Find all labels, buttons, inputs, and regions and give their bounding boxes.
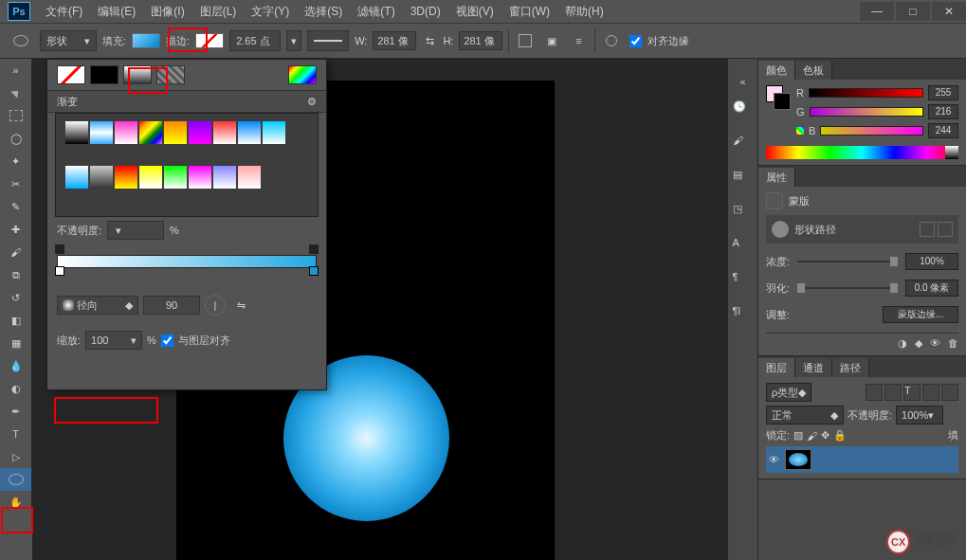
- lock-all-icon[interactable]: 🔒: [833, 429, 847, 442]
- glyphs-dock-icon[interactable]: ¶l: [733, 305, 754, 326]
- crop-tool[interactable]: ✂: [0, 172, 31, 195]
- b-value[interactable]: 244: [928, 123, 958, 138]
- tab-layers[interactable]: 图层: [758, 358, 795, 377]
- layer-filter-kind-dropdown[interactable]: ρ 类型 ◆: [766, 383, 811, 402]
- delete-mask-icon[interactable]: 🗑: [948, 337, 958, 350]
- gradient-preset-7[interactable]: [238, 121, 261, 144]
- filter-adjust-icon[interactable]: [884, 384, 902, 401]
- color-stop-right[interactable]: [309, 266, 319, 276]
- g-value[interactable]: 216: [928, 104, 958, 119]
- path-ops-icon[interactable]: [515, 30, 536, 51]
- gradient-preset-4[interactable]: [164, 121, 187, 144]
- opacity-stop-right[interactable]: [309, 244, 319, 254]
- gradient-preset-0[interactable]: [65, 121, 88, 144]
- brush-tool[interactable]: 🖌: [0, 241, 31, 263]
- stroke-swatch[interactable]: [195, 33, 224, 48]
- maximize-button[interactable]: □: [896, 2, 930, 21]
- pen-tool[interactable]: ✒: [0, 400, 31, 423]
- lock-transparent-icon[interactable]: ▨: [793, 429, 803, 442]
- align-edges-checkbox[interactable]: [629, 35, 642, 47]
- type-tool[interactable]: T: [0, 423, 31, 445]
- gradient-preset-11[interactable]: [115, 166, 137, 189]
- blur-tool[interactable]: 💧: [0, 354, 31, 377]
- lock-pixels-icon[interactable]: 🖌: [807, 430, 817, 442]
- density-slider[interactable]: [797, 261, 898, 262]
- menu-image[interactable]: 图像(I): [143, 4, 191, 20]
- gradient-preset-5[interactable]: [189, 121, 211, 144]
- filter-pixel-icon[interactable]: [866, 384, 883, 401]
- layer-opacity-field[interactable]: 100% ▾: [896, 406, 943, 425]
- align-with-layer-checkbox[interactable]: [161, 334, 173, 347]
- fill-swatch[interactable]: [132, 33, 160, 48]
- menu-select[interactable]: 选择(S): [297, 4, 350, 20]
- scale-field[interactable]: 100▾: [85, 331, 142, 350]
- reverse-gradient-icon[interactable]: ⇋: [230, 295, 251, 316]
- shape-options-gear-icon[interactable]: [601, 30, 622, 51]
- filter-type-icon[interactable]: T: [903, 384, 920, 401]
- mask-edge-button[interactable]: 蒙版边缘...: [883, 306, 958, 323]
- expand-tools[interactable]: »: [0, 59, 31, 81]
- tab-channels[interactable]: 通道: [795, 358, 832, 377]
- dock-collapse[interactable]: «: [728, 76, 757, 87]
- clone-source-dock-icon[interactable]: ◳: [733, 203, 754, 224]
- g-slider[interactable]: [810, 107, 923, 117]
- menu-3d[interactable]: 3D(D): [403, 5, 448, 18]
- r-slider[interactable]: [809, 88, 923, 98]
- gradient-preset-15[interactable]: [213, 166, 236, 189]
- width-field[interactable]: 281 像: [373, 31, 416, 50]
- vector-mask-button[interactable]: [938, 222, 953, 237]
- menu-filter[interactable]: 滤镜(T): [350, 4, 402, 20]
- spectrum-ramp[interactable]: [766, 146, 958, 159]
- lock-position-icon[interactable]: ✥: [821, 429, 829, 442]
- path-align-icon[interactable]: ▣: [541, 30, 562, 51]
- stroke-type[interactable]: [307, 30, 349, 51]
- gradient-preset-10[interactable]: [90, 166, 113, 189]
- fg-bg-swatch[interactable]: [766, 85, 791, 110]
- r-value[interactable]: 255: [928, 85, 958, 100]
- gradient-preset-8[interactable]: [263, 121, 285, 144]
- color-picker-button[interactable]: [288, 65, 317, 84]
- lasso-tool[interactable]: ◯: [0, 127, 31, 150]
- filter-smart-icon[interactable]: [941, 384, 958, 401]
- gradient-style-dropdown[interactable]: 径向◆: [57, 296, 138, 315]
- toggle-mask-icon[interactable]: 👁: [930, 337, 940, 350]
- history-dock-icon[interactable]: 🕓: [733, 100, 754, 121]
- tab-color[interactable]: 颜色: [758, 61, 795, 80]
- fill-gradient-button[interactable]: [123, 65, 152, 84]
- load-selection-icon[interactable]: ◑: [898, 337, 907, 350]
- stamp-tool[interactable]: ⧉: [0, 263, 31, 286]
- tab-paths[interactable]: 路径: [832, 358, 869, 377]
- apply-mask-icon[interactable]: ◆: [915, 337, 922, 350]
- hand-tool[interactable]: ✋: [0, 491, 31, 514]
- menu-type[interactable]: 文字(Y): [244, 4, 297, 20]
- gradient-preset-2[interactable]: [115, 121, 137, 144]
- brush-presets-dock-icon[interactable]: ▤: [733, 169, 754, 190]
- gradient-preset-3[interactable]: [139, 121, 162, 144]
- shape-mode-dropdown[interactable]: 形状▾: [40, 30, 97, 51]
- opacity-field[interactable]: ▾: [107, 221, 164, 240]
- height-field[interactable]: 281 像: [459, 31, 502, 50]
- tab-properties[interactable]: 属性: [758, 168, 795, 187]
- layer-row[interactable]: 👁: [766, 446, 958, 473]
- menu-help[interactable]: 帮助(H): [557, 4, 611, 20]
- gradient-preset-6[interactable]: [213, 121, 236, 144]
- color-stop-left[interactable]: [55, 266, 64, 276]
- wand-tool[interactable]: ✦: [0, 150, 31, 172]
- angle-dial-icon[interactable]: |: [205, 295, 226, 316]
- blend-mode-dropdown[interactable]: 正常◆: [766, 406, 844, 425]
- path-arrange-icon[interactable]: ≡: [568, 30, 589, 51]
- eraser-tool[interactable]: ◧: [0, 309, 31, 332]
- angle-field[interactable]: 90: [143, 296, 200, 315]
- gradient-preset-16[interactable]: [238, 166, 261, 189]
- stroke-style-dropdown[interactable]: ▾: [286, 30, 301, 51]
- fill-none-button[interactable]: [57, 65, 85, 84]
- brush-dock-icon[interactable]: 🖌: [733, 135, 754, 155]
- history-brush-tool[interactable]: ↺: [0, 286, 31, 309]
- gradient-preset-1[interactable]: [90, 121, 113, 144]
- density-value[interactable]: 100%: [905, 253, 958, 270]
- opacity-stop-left[interactable]: [55, 244, 64, 254]
- path-select-tool[interactable]: ▷: [0, 445, 31, 468]
- link-wh-icon[interactable]: ⇆: [422, 33, 437, 48]
- marquee-tool[interactable]: [0, 104, 31, 127]
- close-button[interactable]: ✕: [932, 2, 966, 21]
